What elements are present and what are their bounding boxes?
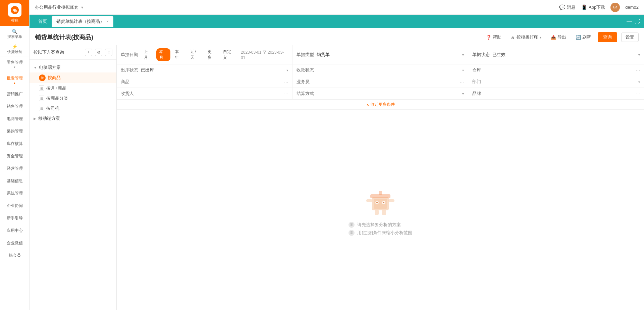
print-dropdown-icon[interactable]: ▾ (540, 36, 541, 39)
receiver-select[interactable]: ··· (140, 91, 288, 96)
this-month-btn[interactable]: 本月 (156, 48, 170, 61)
filter-row-4: 收货人 ··· 结算方式 ▾ 品牌 (117, 88, 644, 100)
tree-item-by-driver[interactable]: ⊟ 按司机 (30, 103, 116, 113)
tree-item-by-goods[interactable]: 按 按商品 (30, 72, 116, 83)
empty-tips: ① 请先选择要分析的方案 ② 用[过滤]条件来缩小分析范围 (348, 222, 412, 236)
empty-state: ① 请先选择要分析的方案 ② 用[过滤]条件来缩小分析范围 (117, 110, 644, 310)
salesman-label: 业务员 (297, 79, 313, 85)
search-menu[interactable]: 🔍 搜索菜单 (0, 26, 29, 42)
empty-illustration (364, 184, 397, 218)
docstatus-label: 单据状态 (472, 52, 490, 58)
stockstatus-arrow-icon: ▾ (286, 68, 288, 72)
sidebar-item-sales[interactable]: 销售管理 (0, 100, 29, 113)
last7-btn[interactable]: 近7天 (187, 48, 204, 61)
payment-select[interactable]: ▾ (317, 68, 464, 72)
warehouse-label: 仓库 (472, 67, 489, 73)
scheme-query-label: 按以下方案查询 (34, 49, 64, 55)
tab-sales-stats[interactable]: 销货单统计表（按商品） × (52, 16, 113, 27)
query-btn[interactable]: 查询 (598, 32, 617, 42)
sidebar-item-finance[interactable]: 资金管理 (0, 150, 29, 162)
docstatus-select[interactable]: 已生效 ▾ (492, 52, 640, 58)
tab-close-icon[interactable]: × (106, 19, 109, 24)
sidebar-item-wechat[interactable]: 企业微信 (0, 237, 29, 249)
settlement-label: 结算方式 (297, 91, 314, 97)
message-btn[interactable]: 💬 消息 (559, 4, 576, 10)
receiver-dots[interactable]: ··· (284, 91, 288, 96)
stockstatus-select[interactable]: 已出库 ▾ (141, 67, 288, 73)
item-icon-goods: 按 (39, 74, 46, 81)
salesman-dots[interactable]: ··· (460, 79, 464, 85)
user-avatar[interactable]: Ea (610, 3, 620, 12)
app-logo[interactable]: 畅 标账 (0, 0, 29, 26)
app-download-btn[interactable]: 📱 App下载 (581, 4, 605, 10)
sidebar-item-newbie[interactable]: 新手引导 (0, 212, 29, 224)
custom-btn[interactable]: 自定义 (220, 48, 238, 61)
sidebar-item-ecommerce[interactable]: 电商管理 (0, 113, 29, 125)
goods-select[interactable]: ··· (140, 79, 288, 85)
quick-nav[interactable]: ⚡ 快捷导航 (0, 42, 29, 56)
sidebar-item-operations[interactable]: 经营管理 (0, 162, 29, 175)
svg-point-6 (376, 202, 378, 203)
stockstatus-label: 出库状态 (121, 67, 138, 73)
tree-desktop-parent[interactable]: ▼ 电脑端方案 (30, 62, 116, 72)
goods-dots[interactable]: ··· (284, 79, 288, 85)
settings-btn[interactable]: 设置 (621, 33, 639, 42)
more-btn[interactable]: 更多 (205, 48, 219, 61)
tree-item-by-category[interactable]: ⊟ 按商品分类 (30, 93, 116, 103)
sidebar-item-corp[interactable]: 企业协同 (0, 200, 29, 212)
left-panel-header: 按以下方案查询 + ⚙ « (30, 45, 116, 60)
filter-goods-cell: 商品 ··· (117, 76, 292, 88)
add-scheme-btn[interactable]: + (85, 49, 92, 56)
sidebar-item-purchase[interactable]: 采购管理 (0, 125, 29, 138)
sidebar-item-basic[interactable]: 基础信息 (0, 175, 29, 187)
sidebar-item-retail[interactable]: 零售管理 ▾ (0, 56, 29, 72)
filter-salesman-cell: 业务员 ··· (292, 76, 468, 88)
svg-point-7 (383, 202, 384, 203)
refresh-btn[interactable]: 🔄 刷新 (573, 33, 594, 42)
scheme-settings-btn[interactable]: ⚙ (95, 49, 102, 56)
sidebar-item-system[interactable]: 系统管理 (0, 187, 29, 200)
username[interactable]: demo2 (625, 5, 639, 10)
tree-arrow-mobile: ▶ (34, 117, 36, 120)
tab-home[interactable]: 首页 (34, 16, 52, 27)
dept-select[interactable]: ▾ (492, 80, 640, 84)
date-label: 单据日期 (121, 52, 138, 58)
doctype-select[interactable]: 销货单 ▾ (317, 52, 464, 58)
settlement-arrow-icon: ▾ (462, 92, 464, 96)
tab-maximize-btn[interactable]: ⛶ (635, 18, 640, 24)
print-icon: 🖨 (511, 35, 515, 40)
brand-dots[interactable]: ··· (636, 91, 640, 96)
warehouse-dots[interactable]: ··· (636, 67, 640, 73)
help-icon: ❓ (486, 35, 491, 40)
page-actions: ❓ 帮助 🖨 按模板打印 ▾ 📤 导出 🔄 刷新 查询 设置 (483, 32, 639, 42)
last-month-btn[interactable]: 上月 (141, 48, 155, 61)
dept-label: 部门 (472, 79, 489, 85)
tree-mobile-parent[interactable]: ▶ 移动端方案 (30, 113, 116, 123)
filter-docstatus-cell: 单据状态 已生效 ▾ (468, 45, 644, 64)
sidebar-item-wholesale[interactable]: 批发管理 ▴ (0, 72, 29, 88)
this-year-btn[interactable]: 本年 (172, 48, 186, 61)
tab-minimize-btn[interactable]: — (627, 18, 632, 24)
help-btn[interactable]: ❓ 帮助 (483, 33, 504, 42)
sidebar-item-apps[interactable]: 应用中心 (0, 224, 29, 237)
sidebar-item-marketing[interactable]: 营销推广 (0, 88, 29, 100)
company-dropdown[interactable]: ▾ (81, 5, 83, 10)
filter-stockstatus-cell: 出库状态 已出库 ▾ (117, 64, 292, 76)
brand-select[interactable]: ··· (492, 91, 640, 96)
warehouse-select[interactable]: ··· (492, 67, 640, 73)
panel-collapse-btn[interactable]: « (105, 49, 112, 56)
svg-rect-9 (379, 191, 382, 195)
docstatus-arrow-icon: ▾ (638, 53, 640, 57)
print-btn[interactable]: 🖨 按模板打印 ▾ (508, 33, 544, 42)
salesman-select[interactable]: ··· (316, 79, 464, 85)
svg-rect-10 (366, 199, 372, 202)
settlement-select[interactable]: ▾ (317, 92, 464, 96)
tree-item-month-goods[interactable]: ⊞ 按月+商品 (30, 83, 116, 93)
export-btn[interactable]: 📤 导出 (548, 33, 569, 42)
collapse-bar[interactable]: ∧ 收起更多条件 (117, 100, 644, 110)
top-nav-left: 办公用品行业模拟账套 ▾ (35, 4, 83, 10)
sub-icon-1: ⊞ (39, 86, 44, 91)
sub-icon-2: ⊟ (39, 96, 44, 101)
sidebar-item-stock[interactable]: 库存核算 (0, 138, 29, 150)
sidebar-item-member[interactable]: 畅会员 (0, 249, 29, 262)
